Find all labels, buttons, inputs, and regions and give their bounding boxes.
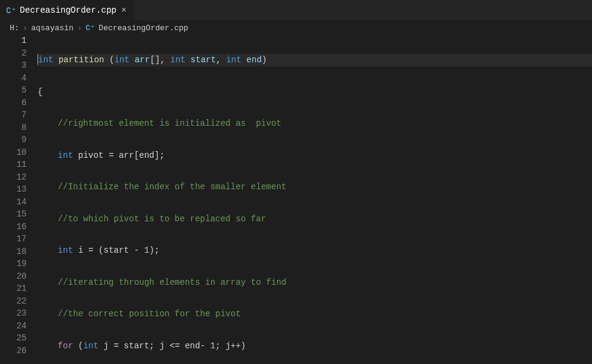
breadcrumb-drive[interactable]: H: — [10, 24, 19, 33]
line-number: 9 — [0, 134, 27, 146]
cpp-file-icon: C⁺ — [85, 23, 95, 33]
close-icon[interactable]: × — [120, 4, 127, 16]
line-number: 24 — [0, 320, 27, 333]
line-number: 19 — [0, 258, 27, 270]
line-number: 4 — [0, 72, 27, 85]
editor[interactable]: 1 2 3 4 5 6 7 8 9 10 11 12 13 14 15 16 1… — [0, 34, 592, 364]
line-number: 12 — [0, 171, 27, 184]
code-line: for (int j = start; j <= end- 1; j++) — [37, 340, 592, 353]
line-number: 16 — [0, 221, 27, 233]
line-number: 22 — [0, 295, 27, 308]
code-line: //rightmost element is initialized as pi… — [37, 117, 592, 130]
line-number: 10 — [0, 146, 27, 159]
code-line: int i = (start - 1); — [37, 244, 592, 257]
code-line: int pivot = arr[end]; — [37, 149, 592, 162]
breadcrumb-folder[interactable]: aqsayasin — [31, 24, 73, 33]
breadcrumb-file[interactable]: DecreasingOrder.cpp — [99, 24, 188, 33]
line-number: 26 — [0, 345, 27, 357]
line-number: 7 — [0, 109, 27, 122]
line-number: 17 — [0, 233, 27, 245]
line-number: 13 — [0, 183, 27, 196]
line-number: 3 — [0, 59, 27, 72]
gutter: 1 2 3 4 5 6 7 8 9 10 11 12 13 14 15 16 1… — [0, 34, 37, 364]
line-number: 5 — [0, 84, 27, 97]
cursor-icon — [37, 54, 38, 65]
line-number: 23 — [0, 307, 27, 320]
line-number: 21 — [0, 282, 27, 295]
line-number: 2 — [0, 47, 27, 60]
line-number: 1 — [0, 34, 27, 47]
chevron-right-icon: › — [23, 24, 28, 33]
line-number: 18 — [0, 245, 27, 258]
tab-active[interactable]: C⁺ DecreasingOrder.cpp × — [0, 0, 134, 21]
cpp-file-icon: C⁺ — [6, 5, 16, 16]
line-number: 20 — [0, 270, 27, 283]
code-line: //the correct position for the pivot — [37, 308, 592, 320]
line-number: 11 — [0, 158, 27, 171]
chevron-right-icon: › — [77, 24, 82, 33]
tab-filename: DecreasingOrder.cpp — [20, 5, 117, 15]
line-number: 15 — [0, 208, 27, 221]
code-line: //Initialize the index of the smaller el… — [37, 181, 592, 193]
code-line: //iterating through elements in array to… — [37, 276, 592, 289]
tab-bar: C⁺ DecreasingOrder.cpp × — [0, 0, 592, 21]
code-line: { — [37, 86, 592, 99]
code-line: //to which pivot is to be replaced so fa… — [37, 213, 592, 226]
line-number: 6 — [0, 97, 27, 109]
line-number: 14 — [0, 196, 27, 209]
line-number: 8 — [0, 122, 27, 134]
code-line: int partition (int arr[], int start, int… — [37, 54, 592, 67]
code-area[interactable]: int partition (int arr[], int start, int… — [37, 34, 592, 364]
line-number: 25 — [0, 332, 27, 345]
breadcrumb: H: › aqsayasin › C⁺ DecreasingOrder.cpp — [0, 21, 592, 34]
